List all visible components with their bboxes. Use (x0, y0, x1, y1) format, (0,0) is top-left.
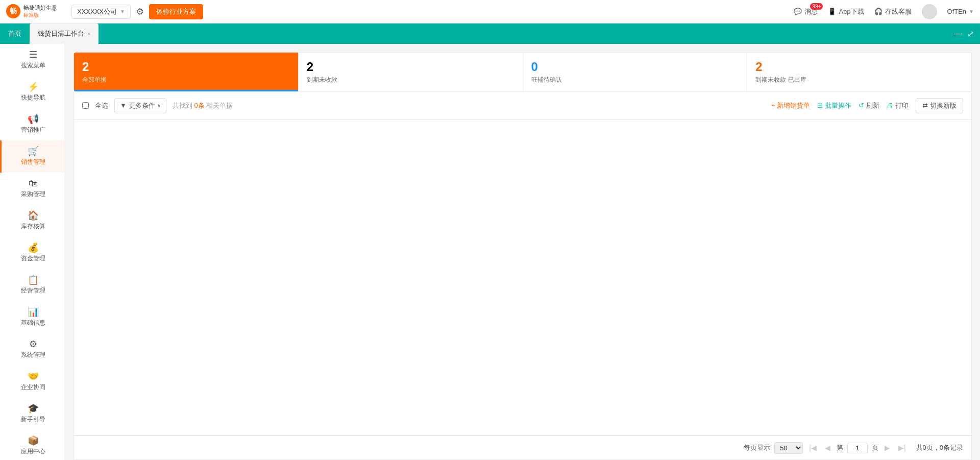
switch-icon: ⇄ (922, 102, 928, 109)
company-selector[interactable]: XXXXXX公司 ▼ (71, 5, 131, 19)
company-name: XXXXXX公司 (77, 7, 117, 16)
total-info: 共0页，0条记录 (916, 443, 963, 452)
new-sales-order-button[interactable]: + 新增销货单 (771, 101, 810, 110)
sales-icon: 🛒 (28, 147, 39, 156)
next-page-button[interactable]: ▶ (883, 443, 892, 453)
app-download-label: App下载 (839, 7, 864, 16)
batch-operation-button[interactable]: ⊞ 批量操作 (817, 101, 851, 110)
finance-icon: 💰 (28, 243, 39, 252)
sidebar-finance-label: 资金管理 (21, 254, 45, 263)
sidebar-basic-label: 基础信息 (21, 319, 45, 327)
service-icon: 🎧 (874, 8, 883, 15)
refresh-label: 刷新 (866, 101, 879, 110)
sidebar-item-finance[interactable]: 💰 资金管理 (0, 237, 65, 269)
prev-page-button[interactable]: ◀ (823, 443, 832, 453)
sidebar-item-system[interactable]: ⚙ 系统管理 (0, 333, 65, 366)
sidebar: ☰ 搜索菜单 ⚡ 快捷导航 📢 营销推广 🛒 销售管理 🛍 采购管理 🏠 库存核… (0, 44, 65, 460)
card-pending[interactable]: 0 旺辅待确认 (523, 53, 748, 91)
logo-area: 畅 畅捷通好生意 标准版 (6, 4, 71, 18)
sidebar-marketing-label: 营销推广 (21, 126, 45, 134)
settings-icon[interactable]: ⚙ (136, 6, 144, 17)
inventory-icon: 🏠 (28, 211, 39, 220)
filter-icon: ▼ (120, 102, 127, 109)
refresh-button[interactable]: ↺ 刷新 (859, 101, 879, 110)
switch-version-button[interactable]: ⇄ 切换新版 (916, 98, 963, 113)
pagination-bar: 每页显示 50 100 200 |◀ ◀ 第 1 页 ▶ ▶| 共0页，0条记录 (74, 435, 972, 460)
tab-home-label: 首页 (8, 29, 21, 38)
guide-icon: 🎓 (28, 404, 39, 413)
batch-icon: ⊞ (817, 102, 823, 109)
print-label: 打印 (895, 101, 909, 110)
first-page-button[interactable]: |◀ (807, 443, 819, 453)
sidebar-inventory-label: 库存核算 (21, 222, 45, 231)
quick-nav-icon: ⚡ (28, 82, 39, 91)
tab-home[interactable]: 首页 (0, 23, 30, 44)
tab-workbench[interactable]: 钱货日清工作台 × (30, 23, 99, 44)
print-icon: 🖨 (887, 102, 893, 109)
main-layout: ☰ 搜索菜单 ⚡ 快捷导航 📢 营销推广 🛒 销售管理 🛍 采购管理 🏠 库存核… (0, 44, 980, 460)
card-pending-number: 0 (531, 60, 739, 75)
sidebar-apps-label: 应用中心 (21, 447, 45, 456)
user-chevron-icon: ▼ (969, 9, 974, 14)
sidebar-item-guide[interactable]: 🎓 新手引导 (0, 398, 65, 430)
trial-button[interactable]: 体验行业方案 (149, 4, 203, 19)
summary-cards: 2 全部单据 2 到期未收款 0 旺辅待确认 2 到期未收款 已出库 (74, 52, 972, 92)
cooperation-icon: 🤝 (28, 372, 39, 381)
per-page-select[interactable]: 50 100 200 (774, 442, 803, 454)
user-avatar[interactable] (922, 4, 937, 19)
sidebar-item-inventory[interactable]: 🏠 库存核算 (0, 205, 65, 237)
sidebar-operation-label: 经营管理 (21, 286, 45, 295)
operation-icon: 📋 (28, 275, 39, 284)
card-overdue-number: 2 (307, 60, 514, 75)
current-page-input[interactable]: 1 (847, 443, 868, 453)
maximize-icon[interactable]: ⤢ (967, 29, 974, 39)
card-overdue-out[interactable]: 2 到期未收款 已出库 (747, 53, 971, 91)
sidebar-item-apps[interactable]: 📦 应用中心 (0, 430, 65, 460)
close-tab-icon[interactable]: × (87, 31, 90, 37)
found-suffix: 相关单据 (206, 102, 233, 109)
more-filters-label: 更多条件 (129, 101, 155, 110)
table-area (74, 120, 972, 435)
app-download-action[interactable]: 📱 App下载 (828, 7, 864, 16)
sidebar-item-marketing[interactable]: 📢 营销推广 (0, 108, 65, 140)
sidebar-item-basic[interactable]: 📊 基础信息 (0, 301, 65, 333)
message-action[interactable]: 💬 消息 99+ (794, 7, 818, 16)
user-name[interactable]: OfTEn ▼ (947, 8, 974, 15)
system-icon: ⚙ (29, 340, 37, 349)
tab-workbench-label: 钱货日清工作台 (38, 29, 84, 38)
card-all-label: 全部单据 (82, 76, 290, 84)
card-overdue[interactable]: 2 到期未收款 (299, 53, 523, 91)
last-page-button[interactable]: ▶| (896, 443, 908, 453)
tab-bar-controls: — ⤢ (954, 29, 980, 39)
card-overdue-out-label: 到期未收款 已出库 (755, 76, 963, 84)
minimize-icon[interactable]: — (954, 29, 962, 38)
sidebar-item-quick[interactable]: ⚡ 快捷导航 (0, 76, 65, 108)
print-button[interactable]: 🖨 打印 (887, 101, 909, 110)
sidebar-item-search[interactable]: ☰ 搜索菜单 (0, 44, 65, 76)
marketing-icon: 📢 (28, 114, 39, 124)
user-name-text: OfTEn (947, 8, 967, 15)
more-filters-button[interactable]: ▼ 更多条件 ∨ (114, 98, 166, 113)
content-area: 2 全部单据 2 到期未收款 0 旺辅待确认 2 到期未收款 已出库 全选 ▼ (65, 44, 980, 460)
select-all-checkbox[interactable] (82, 102, 89, 109)
page-suffix: 页 (872, 443, 878, 452)
sidebar-quick-label: 快捷导航 (21, 93, 45, 102)
sidebar-purchase-label: 采购管理 (21, 190, 45, 199)
card-overdue-label: 到期未收款 (307, 76, 514, 84)
sidebar-system-label: 系统管理 (21, 351, 45, 359)
sidebar-cooperation-label: 企业协同 (21, 383, 45, 392)
sidebar-guide-label: 新手引导 (21, 415, 45, 424)
basic-icon: 📊 (28, 307, 39, 317)
search-menu-icon: ☰ (29, 50, 37, 59)
sidebar-item-sales[interactable]: 🛒 销售管理 (0, 140, 65, 173)
sidebar-sales-label: 销售管理 (21, 158, 45, 166)
card-overdue-out-number: 2 (755, 60, 963, 75)
sidebar-item-operation[interactable]: 📋 经营管理 (0, 269, 65, 301)
sidebar-item-cooperation[interactable]: 🤝 企业协同 (0, 366, 65, 398)
filter-chevron-icon: ∨ (157, 103, 161, 108)
tab-bar: 首页 钱货日清工作台 × — ⤢ (0, 23, 980, 44)
top-header: 畅 畅捷通好生意 标准版 XXXXXX公司 ▼ ⚙ 体验行业方案 💬 消息 99… (0, 0, 980, 23)
online-service-action[interactable]: 🎧 在线客服 (874, 7, 912, 16)
sidebar-item-purchase[interactable]: 🛍 采购管理 (0, 173, 65, 205)
card-all[interactable]: 2 全部单据 (74, 53, 299, 91)
